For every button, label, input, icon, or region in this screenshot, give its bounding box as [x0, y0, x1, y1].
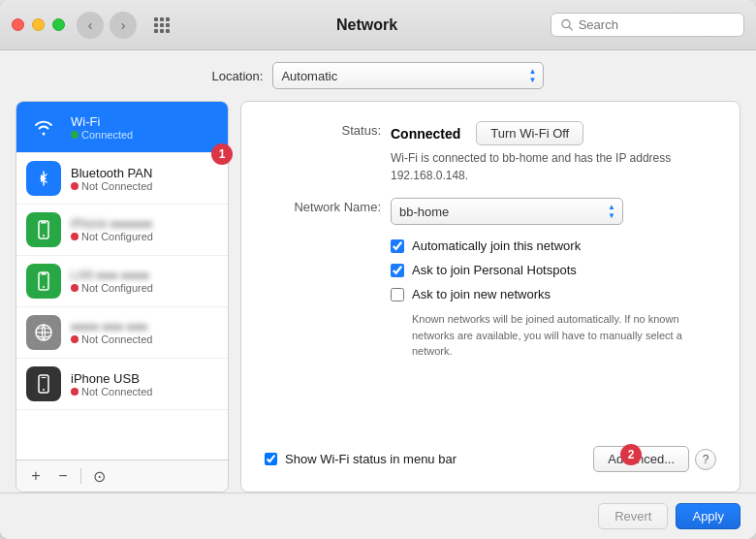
iphone-icon — [26, 366, 61, 401]
sidebar-item-iphoneusb[interactable]: iPhone USB Not Connected — [16, 359, 228, 410]
svg-point-10 — [43, 389, 45, 391]
sidebar-item-vpn[interactable]: ●●●● ●●● ●●● Not Connected — [16, 307, 228, 359]
vpn-item-name: ●●●● ●●● ●●● — [71, 320, 152, 333]
sidebar-toolbar: + − ⊙ — [16, 460, 228, 491]
phone2-icon — [26, 264, 61, 299]
iphoneusb-status-dot — [71, 388, 79, 396]
auto-join-label: Automatically join this network — [412, 238, 581, 253]
auto-join-checkbox[interactable] — [391, 239, 404, 253]
main-panel: Wi-Fi Connected — [0, 101, 756, 492]
show-wifi-label: Show Wi-Fi status in menu bar — [285, 452, 457, 466]
close-button[interactable] — [12, 18, 24, 31]
minimize-button[interactable] — [32, 18, 45, 31]
sidebar-item-bluetooth[interactable]: Bluetooth PAN Not Connected — [16, 153, 228, 205]
vpn-item-status: Not Connected — [71, 333, 152, 345]
window-title: Network — [183, 16, 551, 34]
vpn-item-info: ●●●● ●●● ●●● Not Connected — [71, 320, 152, 345]
location-label: Location: — [212, 69, 264, 83]
status-label: Status: — [265, 121, 381, 138]
back-button[interactable]: ‹ — [77, 12, 104, 39]
location-bar: Location: Automatic Home Work ▲ ▼ — [0, 50, 756, 101]
forward-button[interactable]: › — [110, 12, 137, 39]
wifi-icon — [26, 110, 61, 144]
bluetooth-item-info: Bluetooth PAN Not Connected — [71, 166, 152, 192]
remove-network-button[interactable]: − — [51, 464, 75, 488]
nav-buttons: ‹ › — [77, 12, 137, 39]
svg-point-6 — [43, 286, 45, 288]
iphoneusb-item-info: iPhone USB Not Connected — [71, 371, 152, 397]
search-bar[interactable] — [551, 13, 744, 37]
network-preferences-window: ‹ › Network — [0, 0, 756, 539]
status-line: Connected Turn Wi-Fi Off — [391, 121, 716, 145]
new-networks-checkbox[interactable] — [391, 288, 404, 301]
grid-icon — [154, 17, 170, 33]
titlebar: ‹ › Network — [0, 0, 756, 50]
detail-panel: Status: Connected Turn Wi-Fi Off Wi-Fi i… — [240, 101, 740, 492]
show-wifi-row: Show Wi-Fi status in menu bar — [265, 452, 457, 466]
sidebar-item-wifi[interactable]: Wi-Fi Connected — [16, 102, 228, 153]
sidebar-list: Wi-Fi Connected — [16, 102, 228, 460]
iphoneusb-item-name: iPhone USB — [71, 371, 152, 386]
phone2-status-dot — [71, 284, 79, 292]
wifi-item-name: Wi-Fi — [71, 114, 133, 129]
iphoneusb-item-status: Not Connected — [71, 386, 152, 397]
advanced-help-group: Advanced... ? — [593, 446, 716, 472]
phone1-icon — [26, 212, 61, 247]
phone2-item-status: Not Configured — [71, 282, 153, 294]
bluetooth-item-name: Bluetooth PAN — [71, 166, 152, 180]
search-input[interactable] — [579, 17, 734, 32]
auto-join-row: Automatically join this network — [391, 238, 716, 253]
bluetooth-icon — [26, 161, 61, 196]
turn-wifi-off-button[interactable]: Turn Wi-Fi Off — [476, 121, 583, 145]
location-select[interactable]: Automatic Home Work — [272, 62, 544, 89]
phone1-item-status: Not Configured — [71, 231, 153, 242]
help-button[interactable]: ? — [695, 449, 716, 470]
phone2-item-name: LAN ●●● ●●●● — [71, 269, 153, 282]
maximize-button[interactable] — [52, 18, 65, 31]
phone1-status-dot — [71, 233, 79, 240]
sidebar: Wi-Fi Connected — [16, 101, 229, 492]
new-networks-row: Ask to join new networks — [391, 287, 716, 301]
traffic-lights — [12, 18, 65, 31]
bottom-detail-row: Show Wi-Fi status in menu bar Advanced..… — [265, 446, 716, 472]
svg-point-4 — [43, 235, 45, 237]
wifi-item-info: Wi-Fi Connected — [71, 114, 133, 141]
personal-hotspot-label: Ask to join Personal Hotspots — [412, 263, 577, 277]
bottom-bar: Revert Apply — [0, 492, 756, 539]
vpn-icon — [26, 315, 61, 350]
phone1-item-info: iPhone ●●●●●● Not Configured — [71, 217, 153, 242]
search-icon — [561, 18, 573, 31]
options-button[interactable]: ⊙ — [87, 464, 110, 488]
network-name-select[interactable]: bb-home — [391, 198, 623, 225]
networks-note: Known networks will be joined automatica… — [412, 311, 716, 360]
status-row: Status: Connected Turn Wi-Fi Off Wi-Fi i… — [265, 121, 716, 184]
content-area: Location: Automatic Home Work ▲ ▼ — [0, 50, 756, 539]
toolbar-divider — [80, 468, 81, 484]
location-select-wrapper: Automatic Home Work ▲ ▼ — [272, 62, 544, 89]
network-name-select-wrapper: bb-home ▲ ▼ — [391, 198, 623, 225]
status-value: Connected — [391, 126, 460, 142]
add-network-button[interactable]: + — [24, 464, 47, 488]
vpn-status-dot — [71, 335, 79, 343]
spacer — [265, 373, 716, 433]
phone1-item-name: iPhone ●●●●●● — [71, 217, 153, 231]
status-description: Wi-Fi is connected to bb-home and has th… — [391, 149, 716, 184]
advanced-button[interactable]: Advanced... — [593, 446, 689, 472]
bottom-right: Revert Apply — [598, 503, 740, 529]
phone2-item-info: LAN ●●● ●●●● Not Configured — [71, 269, 153, 294]
network-name-row: Network Name: bb-home ▲ ▼ — [265, 198, 716, 225]
sidebar-item-phone1[interactable]: iPhone ●●●●●● Not Configured — [16, 205, 228, 256]
wifi-status-dot — [71, 131, 79, 139]
app-grid-button[interactable] — [148, 12, 175, 39]
sidebar-item-phone2[interactable]: LAN ●●● ●●●● Not Configured — [16, 256, 228, 307]
network-name-label: Network Name: — [265, 198, 381, 214]
personal-hotspot-row: Ask to join Personal Hotspots — [391, 263, 716, 277]
bluetooth-item-status: Not Connected — [71, 180, 152, 192]
show-wifi-checkbox[interactable] — [265, 453, 277, 465]
revert-button[interactable]: Revert — [598, 503, 668, 529]
apply-button[interactable]: Apply — [676, 503, 740, 529]
status-value-container: Connected Turn Wi-Fi Off Wi-Fi is connec… — [391, 121, 716, 184]
svg-line-1 — [569, 27, 572, 30]
personal-hotspot-checkbox[interactable] — [391, 264, 404, 277]
checkboxes-group: Automatically join this network Ask to j… — [391, 238, 716, 360]
